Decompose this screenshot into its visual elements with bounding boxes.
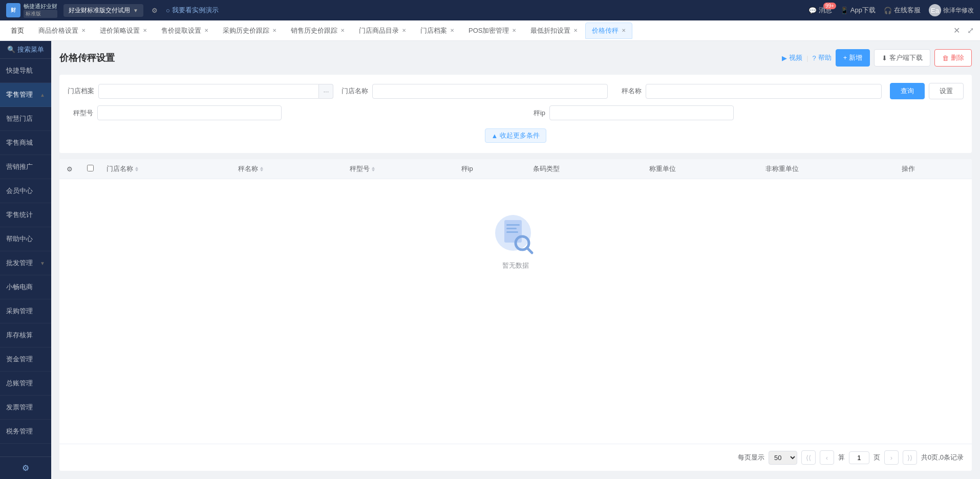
th-scale-model-sortable[interactable]: 秤型号 [350, 164, 449, 173]
app-download-btn[interactable]: 📱 App下载 [840, 6, 876, 15]
sidebar-item-general-ledger[interactable]: 总账管理 [0, 372, 51, 396]
store-profile-input-btn[interactable]: ··· [319, 84, 333, 99]
tab-store-profile-close[interactable]: ✕ [450, 28, 454, 33]
video-link[interactable]: ▶ 视频 [782, 53, 802, 62]
delete-button[interactable]: 🗑 删除 [934, 49, 972, 67]
svg-rect-3 [506, 228, 517, 229]
sidebar-item-member-center[interactable]: 会员中心 [0, 179, 51, 203]
sidebar-item-purchase-mgmt[interactable]: 采购管理 [0, 299, 51, 323]
tab-min-discount-close[interactable]: ✕ [573, 28, 578, 33]
next-page-btn[interactable]: › [884, 450, 899, 465]
th-scale-name-sortable[interactable]: 秤名称 [238, 164, 337, 173]
tab-sale-history[interactable]: 销售历史价跟踪 ✕ [284, 23, 351, 39]
tab-home-label: 首页 [11, 26, 24, 35]
tab-price-scale[interactable]: 价格传秤 ✕ [585, 23, 632, 39]
store-name-input[interactable] [372, 84, 607, 99]
table-settings-icon[interactable]: ⚙ [67, 165, 73, 173]
headset-icon: 🎧 [884, 7, 892, 14]
sidebar-item-retail-mgmt-arrow: ▲ [40, 92, 45, 98]
app-version: 标准版 [24, 10, 57, 18]
app-selector[interactable]: 好业财标准版交付试用 ▼ [63, 4, 143, 17]
settings-button[interactable]: 设置 [929, 83, 964, 99]
store-profile-input[interactable] [98, 84, 319, 99]
sidebar-item-inventory[interactable]: 库存核算 [0, 323, 51, 347]
chevron-down-icon: ▼ [133, 8, 138, 13]
sidebar-item-help-center[interactable]: 帮助中心 [0, 227, 51, 251]
collapse-button[interactable]: ▲ 收起更多条件 [485, 128, 547, 143]
first-page-btn[interactable]: ⟨⟨ [801, 450, 816, 465]
scale-ip-input[interactable] [549, 105, 734, 120]
online-service-btn[interactable]: 🎧 在线客服 [884, 6, 921, 15]
filter-store-profile: 门店档案 ··· [68, 84, 333, 99]
th-barcode-type: 条码类型 [527, 159, 643, 179]
tab-sale-extract[interactable]: 售价提取设置 ✕ [155, 23, 215, 39]
demo-link-text: 我要看实例演示 [172, 6, 219, 15]
tab-purchase-history[interactable]: 采购历史价跟踪 ✕ [216, 23, 283, 39]
separator: | [806, 54, 808, 62]
sidebar-item-retail-stats[interactable]: 零售统计 [0, 203, 51, 227]
tab-min-discount[interactable]: 最低折扣设置 ✕ [524, 23, 584, 39]
sidebar-item-wholesale-mgmt[interactable]: 批发管理 ▼ [0, 251, 51, 275]
tab-sale-history-close[interactable]: ✕ [340, 28, 345, 33]
tab-store-profile[interactable]: 门店档案 ✕ [414, 23, 461, 39]
tab-product-price-close[interactable]: ✕ [81, 28, 86, 33]
tab-store-catalog-close[interactable]: ✕ [402, 28, 406, 33]
last-page-btn[interactable]: ⟩⟩ [903, 450, 917, 465]
sort-icon-2 [260, 167, 263, 171]
search-icon: 🔍 [7, 46, 15, 53]
sidebar-item-retail-mgmt[interactable]: 零售管理 ▲ [0, 83, 51, 107]
tab-purchase-strategy-close[interactable]: ✕ [143, 28, 147, 33]
svg-line-6 [527, 248, 532, 253]
th-scale-name: 秤名称 [232, 159, 344, 179]
th-store-name-sortable[interactable]: 门店名称 [106, 164, 226, 173]
user-name: 徐泽华修改 [943, 6, 974, 15]
sidebar-item-tax-mgmt[interactable]: 税务管理 [0, 420, 51, 444]
th-weight-unit-label: 称重单位 [649, 165, 676, 172]
logo-icon: 财 [6, 3, 20, 17]
page-header: 价格传秤设置 ▶ 视频 | ? 帮助 + 新增 ⬇ 客户端下载 🗑 [59, 49, 972, 67]
tab-expand-btn[interactable]: ⤢ [965, 24, 976, 37]
per-page-select[interactable]: 50 10 20 100 [769, 451, 797, 465]
tab-home[interactable]: 首页 [4, 23, 31, 39]
query-button[interactable]: 查询 [890, 83, 925, 99]
prev-page-btn[interactable]: ‹ [820, 450, 834, 465]
tab-sale-extract-close[interactable]: ✕ [204, 28, 208, 33]
filter-action-buttons: 查询 设置 [890, 83, 964, 99]
select-all-checkbox[interactable] [87, 165, 94, 171]
app-settings-icon[interactable]: ⚙ [150, 5, 160, 16]
sidebar-item-fund-mgmt[interactable]: 资金管理 [0, 347, 51, 372]
add-button[interactable]: + 新增 [836, 49, 870, 67]
demo-link[interactable]: ○ 我要看实例演示 [166, 6, 219, 15]
sidebar-item-retail-shop-label: 零售商城 [6, 138, 33, 147]
sidebar-item-marketing[interactable]: 营销推广 [0, 155, 51, 179]
tab-store-catalog[interactable]: 门店商品目录 ✕ [352, 23, 413, 39]
sidebar-settings-icon[interactable]: ⚙ [22, 463, 29, 473]
sidebar-nav: 零售管理 ▲ 智慧门店 零售商城 营销推广 会员中心 零售统计 帮助中心 批 [0, 83, 51, 444]
sidebar-item-small-ecom[interactable]: 小畅电商 [0, 275, 51, 299]
tab-purchase-history-close[interactable]: ✕ [272, 28, 276, 33]
tab-pos-encrypt[interactable]: POS加密管理 ✕ [462, 23, 523, 39]
sidebar-item-inventory-label: 库存核算 [6, 331, 33, 340]
tab-close-btn[interactable]: ✕ [951, 24, 962, 37]
sidebar-item-smart-store[interactable]: 智慧门店 [0, 107, 51, 131]
help-link[interactable]: ? 帮助 [813, 53, 832, 62]
user-menu[interactable]: Ea 徐泽华修改 [929, 4, 974, 16]
download-button[interactable]: ⬇ 客户端下载 [874, 49, 930, 67]
sidebar-item-member-center-label: 会员中心 [6, 186, 33, 195]
tab-product-price[interactable]: 商品价格设置 ✕ [32, 23, 92, 39]
sidebar-item-invoice-mgmt[interactable]: 发票管理 [0, 396, 51, 420]
message-btn[interactable]: 💬 消息 99+ [808, 6, 832, 15]
tab-price-scale-label: 价格传秤 [592, 26, 619, 35]
tab-pos-encrypt-label: POS加密管理 [468, 26, 509, 35]
tab-purchase-strategy[interactable]: 进价策略设置 ✕ [93, 23, 154, 39]
tab-pos-encrypt-close[interactable]: ✕ [512, 28, 516, 33]
page-input[interactable] [849, 451, 869, 464]
scale-name-input[interactable] [646, 84, 882, 99]
top-bar: 财 畅捷通好业财 标准版 好业财标准版交付试用 ▼ ⚙ ○ 我要看实例演示 💬 … [0, 0, 980, 20]
tab-sale-extract-label: 售价提取设置 [161, 26, 201, 35]
tab-price-scale-close[interactable]: ✕ [622, 28, 626, 33]
scale-model-input[interactable] [97, 105, 282, 120]
sidebar-search[interactable]: 🔍 搜索菜单 [0, 41, 51, 59]
th-non-weight-unit: 非称重单位 [759, 159, 896, 179]
sidebar-item-retail-shop[interactable]: 零售商城 [0, 131, 51, 155]
